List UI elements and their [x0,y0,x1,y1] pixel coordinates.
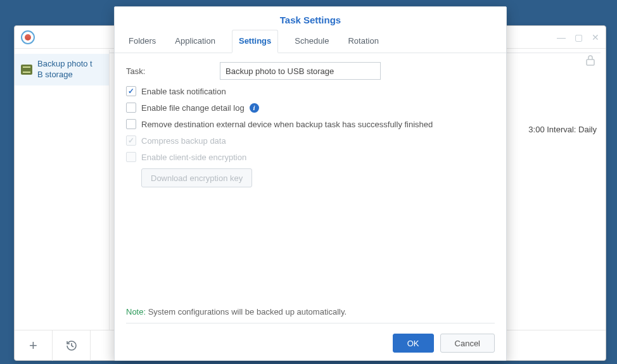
tab-settings[interactable]: Settings [232,30,278,53]
task-list-item[interactable]: Backup photo t B storage [15,54,109,85]
label-enable-log: Enable file change detail log [141,103,245,113]
task-item-line1: Backup photo t [37,59,92,70]
note-label: Note: [126,307,146,317]
task-item-line2: B storage [37,70,92,80]
label-encryption: Enable client-side encryption [141,153,246,162]
note-text: System configurations will be backed up … [146,307,347,317]
dialog-body: Task: Enable task notification Enable fi… [115,53,506,360]
info-icon[interactable]: i [250,103,259,113]
window-minimize-icon[interactable]: — [557,32,566,42]
label-enable-notification: Enable task notification [141,87,226,96]
download-key-button: Download encryption key [141,168,252,187]
cancel-button[interactable]: Cancel [440,334,495,353]
label-compress: Compress backup data [141,136,226,146]
lock-icon [584,54,597,66]
task-icon [21,65,32,75]
task-field-label: Task: [126,66,220,76]
task-settings-dialog: Task Settings Folders Application Settin… [114,6,507,361]
tab-folders[interactable]: Folders [126,30,158,53]
label-remove-device: Remove destination external device when … [141,120,433,129]
checkbox-enable-log[interactable] [126,103,136,113]
tab-strip: Folders Application Settings Schedule Ro… [115,29,506,53]
ok-button[interactable]: OK [393,334,434,353]
checkbox-remove-device[interactable] [126,119,136,129]
tab-application[interactable]: Application [172,30,218,53]
tab-schedule[interactable]: Schedule [292,30,331,53]
task-name-input[interactable] [220,62,381,80]
add-task-button[interactable]: + [15,330,53,361]
svg-rect-0 [587,60,594,65]
task-list-sidebar: Backup photo t B storage [15,50,110,330]
checkbox-enable-notification[interactable] [126,86,136,96]
app-icon [21,30,35,44]
tab-rotation[interactable]: Rotation [345,30,381,53]
dialog-title: Task Settings [115,7,506,29]
checkbox-compress [126,135,136,146]
schedule-info: 3:00 Interval: Daily [528,125,597,134]
window-maximize-icon[interactable]: ▢ [575,32,583,42]
checkbox-encryption [126,152,136,162]
history-button[interactable] [53,330,91,361]
window-close-icon[interactable]: ✕ [592,32,599,42]
